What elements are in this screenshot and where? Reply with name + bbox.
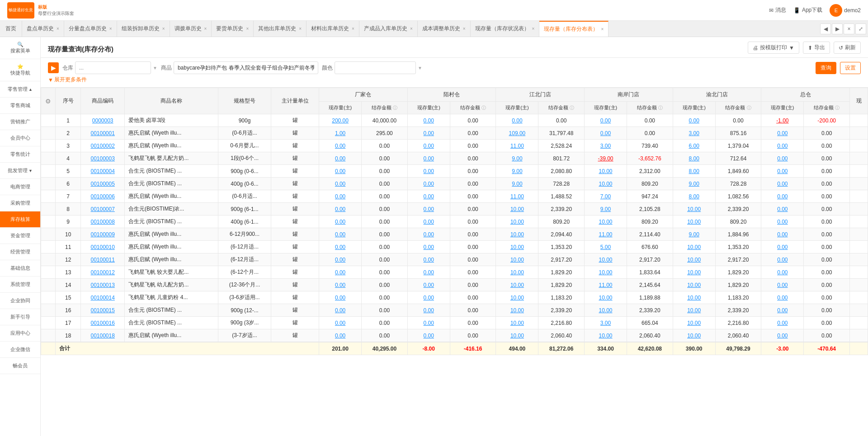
cell-changjia-qty-17[interactable]: 0.00 xyxy=(319,329,362,342)
info-icon-jiangbei[interactable]: ⓘ xyxy=(570,105,574,110)
cell-mucun-qty-3[interactable]: 0.00 xyxy=(407,152,450,165)
query-btn[interactable]: 查询 xyxy=(816,62,836,74)
tab-close-现存量库存状况表[interactable]: × xyxy=(532,26,535,31)
cell-zongcang-qty-11[interactable]: 0.00 xyxy=(761,253,804,266)
cell-jiangbei-qty-12[interactable]: 10.00 xyxy=(496,266,538,279)
cell-changjia-qty-6[interactable]: 0.00 xyxy=(319,190,362,203)
cell-nanan-qty-10[interactable]: 5.00 xyxy=(585,241,627,253)
sidebar-item-member[interactable]: 会员中心 xyxy=(0,130,40,146)
tab-close-分量盘点单历史[interactable]: × xyxy=(109,26,112,31)
sidebar-item-retail-stats[interactable]: 零售统计 xyxy=(0,146,40,163)
cell-yubei-qty-16[interactable]: 10.00 xyxy=(673,317,715,329)
cell-nanan-qty-4[interactable]: 10.00 xyxy=(585,165,627,178)
cell-jiangbei-qty-8[interactable]: 10.00 xyxy=(496,216,538,228)
tab-prev-btn[interactable]: ◀ xyxy=(820,23,831,34)
sidebar-item-system[interactable]: 系统管理 xyxy=(0,277,40,293)
cell-nanan-qty-0[interactable]: 0.00 xyxy=(585,114,627,127)
cell-zongcang-qty-7[interactable]: 0.00 xyxy=(761,203,804,216)
cell-zongcang-qty-3[interactable]: 0.00 xyxy=(761,152,804,165)
sidebar-item-appstore[interactable]: 应用中心 xyxy=(0,325,40,342)
info-icon-mucun[interactable]: ⓘ xyxy=(481,105,486,110)
cell-code-6[interactable]: 00100006 xyxy=(81,190,125,203)
cell-changjia-qty-10[interactable]: 0.00 xyxy=(319,241,362,253)
sidebar-item-operations[interactable]: 经营管理 xyxy=(0,244,40,260)
cell-jiangbei-qty-6[interactable]: 11.00 xyxy=(496,190,538,203)
cell-mucun-qty-17[interactable]: 0.00 xyxy=(407,329,450,342)
cell-mucun-qty-4[interactable]: 0.00 xyxy=(407,165,450,178)
cell-changjia-qty-12[interactable]: 0.00 xyxy=(319,266,362,279)
sidebar-item-membership[interactable]: 畅会员 xyxy=(0,358,40,374)
cell-jiangbei-qty-4[interactable]: 9.00 xyxy=(496,165,538,178)
sidebar-item-basic[interactable]: 基础信息 xyxy=(0,260,40,277)
cell-zongcang-qty-1[interactable]: 0.00 xyxy=(761,127,804,140)
cell-changjia-qty-11[interactable]: 0.00 xyxy=(319,253,362,266)
info-icon-zongcang[interactable]: ⓘ xyxy=(835,105,840,110)
tab-要货单历史[interactable]: 要货单历史 × xyxy=(212,21,254,37)
cell-code-0[interactable]: 0000003 xyxy=(81,114,125,127)
cell-zongcang-qty-8[interactable]: 0.00 xyxy=(761,216,804,228)
sidebar-item-wechat[interactable]: 企业微信 xyxy=(0,342,40,358)
sidebar-item-collab[interactable]: 企业协同 xyxy=(0,293,40,309)
cell-yubei-qty-17[interactable]: 10.00 xyxy=(673,329,715,342)
filter-toggle-btn[interactable]: ▶ xyxy=(48,62,59,73)
cell-nanan-qty-13[interactable]: 11.00 xyxy=(585,279,627,291)
cell-jiangbei-qty-13[interactable]: 10.00 xyxy=(496,279,538,291)
sidebar-item-marketing[interactable]: 营销推广 xyxy=(0,114,40,130)
message-btn[interactable]: ✉ 消息 xyxy=(769,6,786,14)
cell-zongcang-qty-16[interactable]: 0.00 xyxy=(761,317,804,329)
sidebar-item-ecommerce[interactable]: 电商管理 xyxy=(0,179,40,195)
cell-zongcang-qty-17[interactable]: 0.00 xyxy=(761,329,804,342)
cell-jiangbei-qty-1[interactable]: 109.00 xyxy=(496,127,538,140)
tab-现存量库存状况表[interactable]: 现存量（库存状况表） × xyxy=(471,21,540,37)
cell-code-2[interactable]: 00100002 xyxy=(81,140,125,152)
cell-code-9[interactable]: 00100009 xyxy=(81,228,125,241)
cell-nanan-qty-16[interactable]: 3.00 xyxy=(585,317,627,329)
sidebar-item-search[interactable]: 🔍 搜索英单 xyxy=(0,37,40,59)
tab-close-盘点单历史[interactable]: × xyxy=(57,26,59,31)
cell-yubei-qty-10[interactable]: 10.00 xyxy=(673,241,715,253)
print-btn[interactable]: 🖨 按模版打印 ▼ xyxy=(748,42,799,54)
info-icon-changjia[interactable]: ⓘ xyxy=(393,105,397,110)
tab-盘点单历史[interactable]: 盘点单历史 × xyxy=(22,21,64,37)
cell-yubei-qty-5[interactable]: 9.00 xyxy=(673,178,715,190)
cell-code-7[interactable]: 00100007 xyxy=(81,203,125,216)
cell-jiangbei-qty-14[interactable]: 10.00 xyxy=(496,291,538,304)
cell-code-5[interactable]: 00100005 xyxy=(81,178,125,190)
cell-mucun-qty-13[interactable]: 0.00 xyxy=(407,279,450,291)
tab-产成品入库单历史[interactable]: 产成品入库单历史 × xyxy=(359,21,418,37)
cell-yubei-qty-15[interactable]: 10.00 xyxy=(673,304,715,317)
cell-changjia-qty-15[interactable]: 0.00 xyxy=(319,304,362,317)
cell-nanan-qty-17[interactable]: 10.00 xyxy=(585,329,627,342)
tab-现存量库存分布表[interactable]: 现存量（库存分布表） × xyxy=(539,21,609,37)
cell-code-4[interactable]: 00100004 xyxy=(81,165,125,178)
cell-nanan-qty-8[interactable]: 10.00 xyxy=(585,216,627,228)
cell-yubei-qty-7[interactable]: 10.00 xyxy=(673,203,715,216)
cell-yubei-qty-0[interactable]: 0.00 xyxy=(673,114,715,127)
tab-expand-btn[interactable]: ⤢ xyxy=(855,23,866,34)
cell-mucun-qty-7[interactable]: 0.00 xyxy=(407,203,450,216)
cell-changjia-qty-4[interactable]: 0.00 xyxy=(319,165,362,178)
settings-gear-icon[interactable]: ⚙ xyxy=(45,98,51,105)
cell-code-8[interactable]: 00100008 xyxy=(81,216,125,228)
cell-code-1[interactable]: 00100001 xyxy=(81,127,125,140)
cell-changjia-qty-0[interactable]: 200.00 xyxy=(319,114,362,127)
cell-code-17[interactable]: 00100018 xyxy=(81,329,125,342)
tab-材料出库单历史[interactable]: 材料出库单历史 × xyxy=(307,21,359,37)
cell-jiangbei-qty-9[interactable]: 10.00 xyxy=(496,228,538,241)
cell-code-14[interactable]: 00100014 xyxy=(81,291,125,304)
sidebar-item-wholesale[interactable]: 批发管理 ▼ xyxy=(0,163,40,179)
cell-zongcang-qty-0[interactable]: -1.00 xyxy=(761,114,804,127)
warehouse-input[interactable] xyxy=(75,61,151,74)
tab-close-现存量库存分布表[interactable]: × xyxy=(601,27,604,32)
cell-zongcang-qty-2[interactable]: 0.00 xyxy=(761,140,804,152)
cell-zongcang-qty-10[interactable]: 0.00 xyxy=(761,241,804,253)
cell-jiangbei-qty-0[interactable]: 0.00 xyxy=(496,114,538,127)
tab-close-产成品入库单历史[interactable]: × xyxy=(410,26,413,31)
cell-code-13[interactable]: 00100013 xyxy=(81,279,125,291)
cell-mucun-qty-16[interactable]: 0.00 xyxy=(407,317,450,329)
cell-mucun-qty-2[interactable]: 0.00 xyxy=(407,140,450,152)
cell-zongcang-qty-15[interactable]: 0.00 xyxy=(761,304,804,317)
cell-changjia-qty-5[interactable]: 0.00 xyxy=(319,178,362,190)
cell-changjia-qty-14[interactable]: 0.00 xyxy=(319,291,362,304)
cell-mucun-qty-6[interactable]: 0.00 xyxy=(407,190,450,203)
